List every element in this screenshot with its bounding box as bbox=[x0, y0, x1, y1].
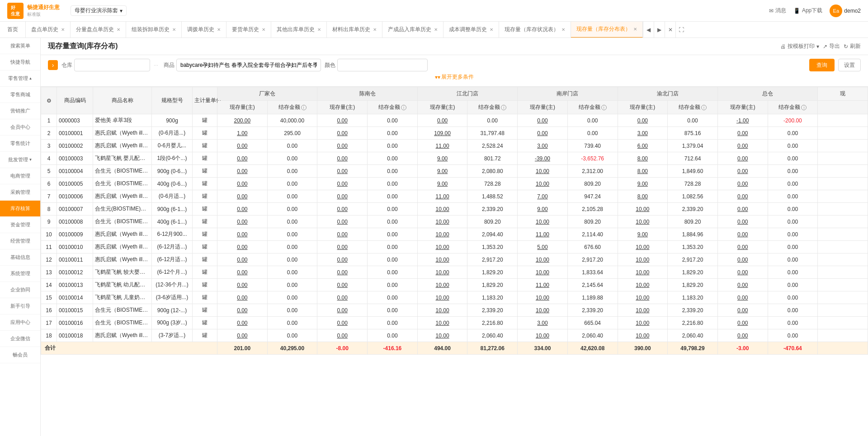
cell-chennan-stock[interactable]: 0.00 bbox=[317, 266, 368, 279]
cell-chennan-stock[interactable]: 0.00 bbox=[317, 279, 368, 291]
cell-chennan-stock[interactable]: 0.00 bbox=[317, 165, 368, 178]
tab-close-yaohuo[interactable]: ✕ bbox=[262, 27, 265, 32]
tab-nav-right[interactable]: ▶ bbox=[654, 22, 665, 38]
sidebar-item-quicknav[interactable]: 快捷导航 bbox=[0, 54, 40, 70]
tab-close-xiancunfen[interactable]: ✕ bbox=[633, 27, 637, 32]
cell-factory-stock[interactable]: 0.00 bbox=[217, 253, 268, 266]
cell-jiangbei-stock[interactable]: 10.00 bbox=[417, 266, 467, 279]
cell-factory-stock[interactable]: 1.00 bbox=[217, 127, 268, 140]
tab-diaobodanls[interactable]: 调拨单历史✕ bbox=[182, 22, 226, 38]
cell-total-stock[interactable]: -1.00 bbox=[717, 114, 768, 127]
color-input[interactable] bbox=[337, 59, 428, 71]
cell-nanan-stock[interactable]: 9.00 bbox=[518, 203, 568, 216]
cell-chennan-stock[interactable]: 0.00 bbox=[317, 190, 368, 203]
cell-yuzbei-stock[interactable]: 6.00 bbox=[618, 140, 668, 152]
tab-close-chengpinru[interactable]: ✕ bbox=[434, 27, 438, 32]
cell-jiangbei-stock[interactable]: 10.00 bbox=[417, 241, 467, 253]
cell-nanan-stock[interactable]: -39.00 bbox=[518, 152, 568, 165]
cell-nanan-stock[interactable]: 11.00 bbox=[518, 279, 568, 291]
tab-home[interactable]: 首页 bbox=[0, 22, 26, 38]
tab-chengpinru[interactable]: 产成品入库单历史✕ bbox=[382, 22, 443, 38]
sidebar-item-search[interactable]: 搜索英单 bbox=[0, 38, 40, 54]
sidebar-item-guide[interactable]: 新手引导 bbox=[0, 298, 40, 314]
cell-nanan-stock[interactable]: 10.00 bbox=[518, 291, 568, 304]
tab-close-xiancunzhuang[interactable]: ✕ bbox=[561, 27, 565, 32]
search-expand-btn[interactable]: › bbox=[48, 60, 58, 70]
cell-jiangbei-stock[interactable]: 109.00 bbox=[417, 127, 467, 140]
cell-jiangbei-stock[interactable]: 10.00 bbox=[417, 291, 467, 304]
th-gear[interactable]: ⚙ bbox=[41, 87, 57, 114]
cell-factory-stock[interactable]: 0.00 bbox=[217, 241, 268, 253]
cell-jiangbei-stock[interactable]: 0.00 bbox=[417, 114, 467, 127]
cell-factory-stock[interactable]: 0.00 bbox=[217, 228, 268, 241]
tab-pandian[interactable]: 盘点单历史✕ bbox=[26, 22, 71, 38]
message-btn[interactable]: ✉ 消息 bbox=[769, 7, 786, 14]
tab-nav-close[interactable]: ✕ bbox=[665, 22, 675, 38]
tab-xiancunzhuang[interactable]: 现存量（库存状况表）✕ bbox=[499, 22, 571, 38]
cell-jiangbei-stock[interactable]: 11.00 bbox=[417, 190, 467, 203]
cell-factory-stock[interactable]: 0.00 bbox=[217, 304, 268, 317]
cell-nanan-stock[interactable]: 0.00 bbox=[518, 127, 568, 140]
cell-chennan-stock[interactable]: 0.00 bbox=[317, 291, 368, 304]
cell-jiangbei-stock[interactable]: 10.00 bbox=[417, 317, 467, 329]
cell-nanan-stock[interactable]: 5.00 bbox=[518, 241, 568, 253]
sidebar-item-purchase[interactable]: 采购管理 bbox=[0, 184, 40, 201]
cell-yuzbei-stock[interactable]: 10.00 bbox=[618, 317, 668, 329]
cell-nanan-stock[interactable]: 10.00 bbox=[518, 329, 568, 342]
cell-chennan-stock[interactable]: 0.00 bbox=[317, 228, 368, 241]
app-download-btn[interactable]: 📱 App下载 bbox=[793, 7, 822, 14]
sidebar-item-enterprise[interactable]: 企业协同 bbox=[0, 282, 40, 298]
cell-jiangbei-stock[interactable]: 9.00 bbox=[417, 178, 467, 190]
cell-yuzbei-stock[interactable]: 10.00 bbox=[618, 304, 668, 317]
sidebar-item-retailstat[interactable]: 零售统计 bbox=[0, 136, 40, 152]
query-button[interactable]: 查询 bbox=[809, 59, 835, 71]
cell-jiangbei-stock[interactable]: 11.00 bbox=[417, 140, 467, 152]
cell-chennan-stock[interactable]: 0.00 bbox=[317, 304, 368, 317]
cell-nanan-stock[interactable]: 10.00 bbox=[518, 165, 568, 178]
cell-total-stock[interactable]: 0.00 bbox=[717, 266, 768, 279]
cell-yuzbei-stock[interactable]: 8.00 bbox=[618, 190, 668, 203]
tab-close-fenpandian[interactable]: ✕ bbox=[117, 27, 120, 32]
tab-xiancunfen[interactable]: 现存量（库存分布表）✕ bbox=[571, 22, 643, 38]
cell-factory-stock[interactable]: 0.00 bbox=[217, 165, 268, 178]
cell-jiangbei-stock[interactable]: 9.00 bbox=[417, 165, 467, 178]
goods-input[interactable] bbox=[176, 59, 321, 71]
cell-jiangbei-stock[interactable]: 9.00 bbox=[417, 152, 467, 165]
tab-zuzhangchai[interactable]: 组装拆卸单历史✕ bbox=[126, 22, 182, 38]
expand-conditions-btn[interactable]: ▾▾ 展开更多条件 bbox=[435, 73, 474, 81]
user-menu[interactable]: Ea demo2 bbox=[830, 5, 861, 17]
cell-chennan-stock[interactable]: 0.00 bbox=[317, 253, 368, 266]
cell-yuzbei-stock[interactable]: 8.00 bbox=[618, 152, 668, 165]
cell-yuzbei-stock[interactable]: 10.00 bbox=[618, 266, 668, 279]
tab-close-qitachuku[interactable]: ✕ bbox=[317, 27, 321, 32]
cell-chennan-stock[interactable]: 0.00 bbox=[317, 216, 368, 228]
cell-yuzbei-stock[interactable]: 10.00 bbox=[618, 216, 668, 228]
tab-yaohuo[interactable]: 要货单历史✕ bbox=[226, 22, 271, 38]
cell-total-stock[interactable]: 0.00 bbox=[717, 253, 768, 266]
cell-yuzbei-stock[interactable]: 9.00 bbox=[618, 228, 668, 241]
cell-total-stock[interactable]: 0.00 bbox=[717, 165, 768, 178]
sidebar-item-member[interactable]: 会员中心 bbox=[0, 119, 40, 136]
tab-qitachuku[interactable]: 其他出库单历史✕ bbox=[271, 22, 327, 38]
cell-jiangbei-stock[interactable]: 10.00 bbox=[417, 329, 467, 342]
cell-total-stock[interactable]: 0.00 bbox=[717, 190, 768, 203]
export-btn[interactable]: ↗ 导出 bbox=[823, 42, 840, 50]
cell-factory-stock[interactable]: 0.00 bbox=[217, 140, 268, 152]
cell-total-stock[interactable]: 0.00 bbox=[717, 178, 768, 190]
cell-yuzbei-stock[interactable]: 10.00 bbox=[618, 203, 668, 216]
cell-chennan-stock[interactable]: 0.00 bbox=[317, 241, 368, 253]
tab-nav-expand[interactable]: ⛶ bbox=[675, 22, 686, 38]
refresh-btn[interactable]: ↻ 刷新 bbox=[844, 42, 861, 50]
cell-total-stock[interactable]: 0.00 bbox=[717, 291, 768, 304]
print-btn[interactable]: 🖨 按模板打印 ▾ bbox=[780, 42, 819, 50]
cell-factory-stock[interactable]: 0.00 bbox=[217, 329, 268, 342]
cell-yuzbei-stock[interactable]: 10.00 bbox=[618, 329, 668, 342]
tab-close-pandian[interactable]: ✕ bbox=[61, 27, 65, 32]
cell-total-stock[interactable]: 0.00 bbox=[717, 241, 768, 253]
tab-nav-left[interactable]: ◀ bbox=[643, 22, 654, 38]
cell-total-stock[interactable]: 0.00 bbox=[717, 203, 768, 216]
tab-close-cailiaochu[interactable]: ✕ bbox=[373, 27, 377, 32]
sidebar-item-system[interactable]: 系统管理 bbox=[0, 266, 40, 282]
cell-total-stock[interactable]: 0.00 bbox=[717, 279, 768, 291]
cell-total-stock[interactable]: 0.00 bbox=[717, 329, 768, 342]
